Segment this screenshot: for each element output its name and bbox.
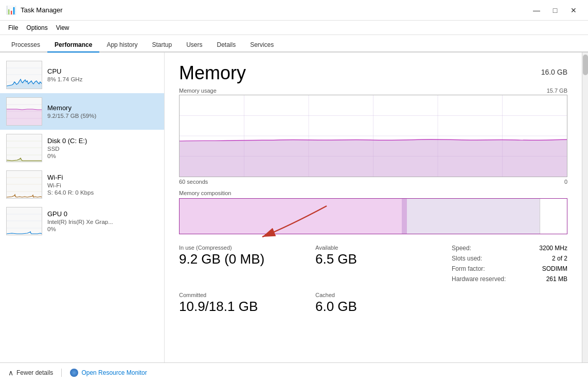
wifi-info: Wi-Fi Wi-Fi S: 64.0 R: 0 Kbps <box>47 173 158 196</box>
svg-rect-12 <box>7 171 42 198</box>
sidebar-item-cpu[interactable]: CPU 8% 1.74 GHz <box>0 57 164 93</box>
stat-spacer <box>452 292 567 314</box>
scrollbar-track[interactable] <box>582 53 588 362</box>
open-resource-monitor-link[interactable]: Open Resource Monitor <box>70 369 147 377</box>
time-start: 60 seconds <box>179 179 208 185</box>
tab-details[interactable]: Details <box>209 38 243 53</box>
tab-users[interactable]: Users <box>179 38 209 53</box>
sidebar: CPU 8% 1.74 GHz Memory 9.2/15.7 GB (59%) <box>0 53 165 362</box>
composition-label: Memory composition <box>179 190 567 196</box>
tab-app-history[interactable]: App history <box>99 38 145 53</box>
memory-label: Memory <box>47 104 158 112</box>
chart-max: 15.7 GB <box>547 88 567 94</box>
wifi-thumbnail <box>6 170 42 199</box>
tab-bar: Processes Performance App history Startu… <box>0 35 588 53</box>
disk-label: Disk 0 (C: E:) <box>47 137 158 145</box>
tab-performance[interactable]: Performance <box>47 38 99 53</box>
stats-row-2: Committed 10.9/18.1 GB Cached 6.0 GB <box>179 292 567 314</box>
sidebar-item-disk[interactable]: Disk 0 (C: E:) SSD 0% <box>0 130 164 166</box>
open-resource-monitor-label: Open Resource Monitor <box>81 369 147 376</box>
svg-rect-8 <box>7 134 42 162</box>
stat-available: Available 6.5 GB <box>315 245 431 286</box>
cpu-stats: 8% 1.74 GHz <box>47 76 158 82</box>
disk-thumbnail <box>6 134 42 162</box>
hw-value: 261 MB <box>546 275 567 283</box>
panel-total: 16.0 GB <box>541 68 567 76</box>
memory-composition-bar <box>179 198 567 234</box>
speed-label: Speed: <box>452 245 471 252</box>
stat-slots: Slots used: 2 of 2 <box>452 255 567 262</box>
panel-title: Memory <box>179 63 246 83</box>
wifi-sub2: S: 64.0 R: 0 Kbps <box>47 189 158 196</box>
form-value: SODIMM <box>542 265 567 272</box>
stat-form: Form factor: SODIMM <box>452 265 567 272</box>
fewer-details-button[interactable]: ∧ Fewer details <box>8 369 53 377</box>
close-button[interactable]: ✕ <box>565 4 582 16</box>
stat-cached-value: 6.0 GB <box>315 299 431 314</box>
stat-available-label: Available <box>315 245 431 251</box>
sidebar-item-gpu[interactable]: GPU 0 Intel(R) Iris(R) Xe Grap... 0% <box>0 203 164 239</box>
svg-rect-16 <box>7 207 42 235</box>
monitor-icon <box>70 369 78 377</box>
cpu-thumbnail <box>6 61 42 89</box>
cpu-info: CPU 8% 1.74 GHz <box>47 67 158 82</box>
chart-label: Memory usage <box>179 88 217 94</box>
gpu-info: GPU 0 Intel(R) Iris(R) Xe Grap... 0% <box>47 210 158 232</box>
app-icon: 📊 <box>6 5 16 15</box>
stat-inuse: In use (Compressed) 9.2 GB (0 MB) <box>179 245 295 286</box>
tab-startup[interactable]: Startup <box>145 38 179 53</box>
menu-options[interactable]: Options <box>22 23 51 33</box>
stat-committed-value: 10.9/18.1 GB <box>179 299 295 314</box>
title-bar: 📊 Task Manager — □ ✕ <box>0 0 588 21</box>
stat-speed: Speed: 3200 MHz <box>452 245 567 252</box>
window-controls: — □ ✕ <box>528 4 582 16</box>
minimize-button[interactable]: — <box>528 4 545 16</box>
hw-label: Hardware reserved: <box>452 275 506 283</box>
memory-info: Memory 9.2/15.7 GB (59%) <box>47 104 158 119</box>
menu-bar: File Options View <box>0 21 588 35</box>
sidebar-item-memory[interactable]: Memory 9.2/15.7 GB (59%) <box>0 93 164 130</box>
footer-divider <box>61 369 62 377</box>
slots-label: Slots used: <box>452 255 482 262</box>
memory-thumbnail <box>6 97 42 126</box>
stat-specs: Speed: 3200 MHz Slots used: 2 of 2 Form … <box>452 245 567 286</box>
menu-file[interactable]: File <box>4 23 22 33</box>
comp-modified <box>402 199 406 234</box>
right-panel: Memory 16.0 GB Memory usage 15.7 GB <box>165 53 582 362</box>
cpu-label: CPU <box>47 67 158 75</box>
slots-value: 2 of 2 <box>552 255 567 262</box>
comp-inuse <box>180 199 402 234</box>
main-content: CPU 8% 1.74 GHz Memory 9.2/15.7 GB (59%) <box>0 53 588 362</box>
wifi-sub1: Wi-Fi <box>47 182 158 188</box>
chart-time-row: 60 seconds 0 <box>179 179 567 185</box>
stats-row-1: In use (Compressed) 9.2 GB (0 MB) Availa… <box>179 245 567 286</box>
stat-hw: Hardware reserved: 261 MB <box>452 275 567 283</box>
stat-available-value: 6.5 GB <box>315 252 431 267</box>
maximize-button[interactable]: □ <box>547 4 563 16</box>
time-end: 0 <box>564 179 567 185</box>
chart-label-row: Memory usage 15.7 GB <box>179 88 567 94</box>
chevron-up-icon: ∧ <box>8 369 13 377</box>
sidebar-item-wifi[interactable]: Wi-Fi Wi-Fi S: 64.0 R: 0 Kbps <box>0 166 164 203</box>
memory-usage-chart <box>179 95 567 177</box>
tab-services[interactable]: Services <box>243 38 281 53</box>
tab-processes[interactable]: Processes <box>4 38 47 53</box>
menu-view[interactable]: View <box>52 23 74 33</box>
panel-header: Memory 16.0 GB <box>179 63 567 83</box>
stat-committed: Committed 10.9/18.1 GB <box>179 292 295 314</box>
fewer-details-label: Fewer details <box>16 369 53 376</box>
stat-inuse-value: 9.2 GB (0 MB) <box>179 252 295 267</box>
comp-free <box>540 199 567 234</box>
gpu-sub2: 0% <box>47 226 158 232</box>
form-label: Form factor: <box>452 265 485 272</box>
wifi-label: Wi-Fi <box>47 173 158 181</box>
gpu-sub1: Intel(R) Iris(R) Xe Grap... <box>47 219 158 225</box>
comp-standby <box>407 199 540 234</box>
memory-stats: 9.2/15.7 GB (59%) <box>47 113 158 119</box>
disk-sub2: 0% <box>47 153 158 159</box>
footer: ∧ Fewer details Open Resource Monitor <box>0 362 588 382</box>
disk-sub1: SSD <box>47 146 158 152</box>
gpu-label: GPU 0 <box>47 210 158 218</box>
disk-info: Disk 0 (C: E:) SSD 0% <box>47 137 158 159</box>
stat-committed-label: Committed <box>179 292 295 298</box>
